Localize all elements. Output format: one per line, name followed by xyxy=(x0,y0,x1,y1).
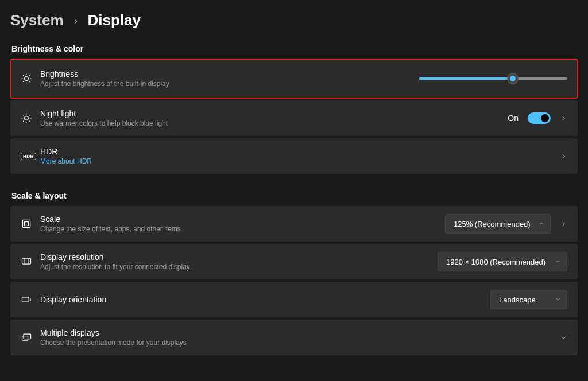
brightness-slider[interactable] xyxy=(419,72,567,85)
orientation-icon xyxy=(21,294,40,305)
hdr-icon: HDR xyxy=(21,153,40,160)
resolution-icon xyxy=(21,256,40,267)
scale-title: Scale xyxy=(40,214,445,224)
hdr-more-link[interactable]: More about HDR xyxy=(40,157,560,166)
night-light-title: Night light xyxy=(40,108,508,119)
svg-line-3 xyxy=(23,75,24,76)
chevron-right-icon[interactable] xyxy=(560,220,567,228)
svg-point-9 xyxy=(25,116,29,120)
multiple-displays-icon xyxy=(21,332,40,343)
scale-subtitle: Change the size of text, apps, and other… xyxy=(40,224,445,234)
resolution-select-value: 1920 × 1080 (Recommended) xyxy=(446,258,546,266)
night-light-toggle[interactable] xyxy=(528,112,551,124)
resolution-select[interactable]: 1920 × 1080 (Recommended) xyxy=(438,252,567,271)
svg-line-7 xyxy=(23,81,24,82)
hdr-card[interactable]: HDR HDR More about HDR xyxy=(10,138,578,174)
chevron-down-icon xyxy=(555,296,561,304)
orientation-card[interactable]: Display orientation Landscape xyxy=(10,282,578,317)
scale-select[interactable]: 125% (Recommended) xyxy=(445,214,551,234)
page-title: Display xyxy=(88,11,141,29)
svg-line-12 xyxy=(23,115,24,115)
breadcrumb: System Display xyxy=(10,11,578,29)
brightness-title: Brightness xyxy=(40,69,419,79)
multiple-displays-subtitle: Choose the presentation mode for your di… xyxy=(40,338,560,348)
brightness-icon xyxy=(21,73,40,84)
svg-rect-18 xyxy=(22,220,30,227)
night-light-subtitle: Use warmer colors to help block blue lig… xyxy=(40,119,508,129)
scale-card[interactable]: Scale Change the size of text, apps, and… xyxy=(10,206,578,242)
night-light-card[interactable]: Night light Use warmer colors to help bl… xyxy=(10,100,578,136)
chevron-down-icon xyxy=(538,220,544,228)
svg-line-8 xyxy=(29,75,30,76)
resolution-subtitle: Adjust the resolution to fit your connec… xyxy=(40,262,438,272)
svg-rect-23 xyxy=(22,297,29,302)
resolution-title: Display resolution xyxy=(40,252,438,262)
scale-select-value: 125% (Recommended) xyxy=(454,220,531,228)
multiple-displays-card[interactable]: Multiple displays Choose the presentatio… xyxy=(10,320,578,355)
brightness-card[interactable]: Brightness Adjust the brightness of the … xyxy=(10,59,578,98)
resolution-card[interactable]: Display resolution Adjust the resolution… xyxy=(10,244,578,279)
chevron-right-icon[interactable] xyxy=(560,115,567,122)
svg-rect-20 xyxy=(22,258,31,264)
svg-rect-19 xyxy=(25,222,29,226)
svg-line-13 xyxy=(29,121,30,122)
night-light-icon xyxy=(21,112,40,124)
orientation-select[interactable]: Landscape xyxy=(490,290,567,309)
svg-line-4 xyxy=(29,81,30,82)
chevron-right-icon[interactable] xyxy=(560,153,567,160)
svg-point-0 xyxy=(25,77,29,81)
chevron-down-icon[interactable] xyxy=(560,334,567,341)
orientation-title: Display orientation xyxy=(40,294,490,305)
chevron-down-icon xyxy=(555,258,561,266)
brightness-subtitle: Adjust the brightness of the built-in di… xyxy=(40,79,419,89)
svg-line-17 xyxy=(29,115,30,115)
slider-fill xyxy=(419,77,513,80)
night-light-state-label: On xyxy=(508,114,519,123)
svg-rect-25 xyxy=(22,336,28,341)
svg-line-16 xyxy=(23,121,24,122)
orientation-select-value: Landscape xyxy=(499,296,536,304)
chevron-right-icon xyxy=(72,17,80,28)
multiple-displays-title: Multiple displays xyxy=(40,328,560,338)
breadcrumb-parent[interactable]: System xyxy=(10,11,64,29)
scale-icon xyxy=(21,218,40,230)
section-brightness-color-label: Brightness & color xyxy=(11,44,578,53)
hdr-title: HDR xyxy=(40,146,560,157)
section-scale-layout-label: Scale & layout xyxy=(11,191,578,200)
slider-thumb[interactable] xyxy=(507,73,519,84)
svg-rect-24 xyxy=(24,334,31,339)
